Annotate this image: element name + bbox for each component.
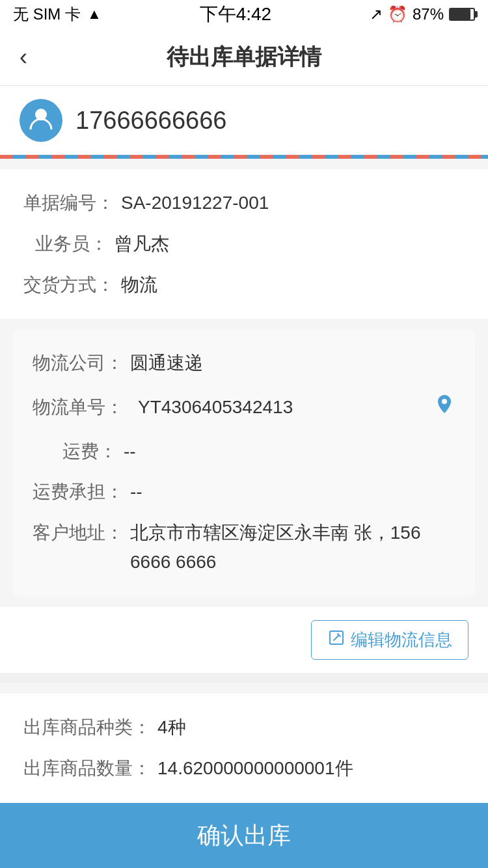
freight-value: -- — [124, 437, 455, 467]
dashed-divider — [0, 155, 488, 159]
nav-bar: ‹ 待出库单据详情 — [0, 29, 488, 86]
delivery-method-value: 物流 — [121, 271, 465, 300]
freight-bear-row: 运费承担： -- — [33, 478, 455, 507]
tracking-no-row: 物流单号： YT4306405342413 — [33, 390, 455, 425]
back-button[interactable]: ‹ — [20, 44, 27, 71]
goods-quantity-value: 14.620000000000001件 — [157, 754, 465, 783]
battery-percent: 87% — [413, 5, 444, 23]
avatar — [20, 99, 62, 142]
logistics-section: 物流公司： 圆通速递 物流单号： YT4306405342413 运费： -- … — [13, 329, 475, 596]
main-content: 17666666666 单据编号： SA-20191227-001 业务员： 曾… — [0, 86, 488, 868]
address-row: 客户地址： 北京市市辖区海淀区永丰南 张，156 6666 6666 — [33, 519, 455, 577]
customer-header: 17666666666 — [0, 86, 488, 155]
goods-quantity-label: 出库商品数量： — [23, 754, 157, 783]
carrier-text: 无 SIM 卡 — [13, 4, 81, 25]
delivery-method-row: 交货方式： 物流 — [23, 271, 465, 300]
wifi-icon: ▲ — [87, 6, 102, 23]
order-no-row: 单据编号： SA-20191227-001 — [23, 189, 465, 218]
edit-btn-row: 编辑物流信息 — [0, 607, 488, 673]
freight-bear-label: 运费承担： — [33, 478, 130, 507]
tracking-no-label: 物流单号： — [33, 393, 130, 422]
customer-phone: 17666666666 — [75, 107, 226, 135]
alarm-icon: ⏰ — [388, 5, 407, 23]
location-icon[interactable] — [433, 390, 455, 425]
goods-section: 出库商品种类： 4种 出库商品数量： 14.620000000000001件 — [0, 694, 488, 803]
basic-info-section: 单据编号： SA-20191227-001 业务员： 曾凡杰 交货方式： 物流 — [0, 169, 488, 319]
page-title: 待出库单据详情 — [167, 42, 321, 72]
edit-logistics-label: 编辑物流信息 — [351, 629, 452, 651]
delivery-method-label: 交货方式： — [23, 271, 121, 300]
freight-label: 运费： — [33, 437, 124, 467]
order-no-value: SA-20191227-001 — [121, 189, 465, 218]
logistics-company-label: 物流公司： — [33, 349, 130, 378]
address-value: 北京市市辖区海淀区永丰南 张，156 6666 6666 — [130, 519, 455, 577]
goods-quantity-row: 出库商品数量： 14.620000000000001件 — [23, 754, 465, 783]
avatar-icon — [28, 105, 54, 137]
status-bar: 无 SIM 卡 ▲ 下午4:42 ↗ ⏰ 87% — [0, 0, 488, 29]
freight-bear-value: -- — [130, 478, 455, 507]
confirm-button[interactable]: 确认出库 — [0, 803, 488, 868]
svg-point-1 — [442, 399, 447, 404]
sales-person-row: 业务员： 曾凡杰 — [23, 230, 465, 259]
address-label: 客户地址： — [33, 519, 130, 548]
logistics-company-row: 物流公司： 圆通速递 — [33, 349, 455, 378]
battery-bar — [449, 8, 475, 21]
status-left: 无 SIM 卡 ▲ — [13, 4, 102, 25]
confirm-btn-label: 确认出库 — [197, 820, 291, 852]
edit-logistics-button[interactable]: 编辑物流信息 — [311, 620, 468, 660]
location-icon: ↗ — [370, 5, 383, 23]
sales-person-value: 曾凡杰 — [115, 230, 465, 259]
time-display: 下午4:42 — [200, 2, 272, 27]
section-divider-1 — [0, 673, 488, 683]
battery-fill — [450, 9, 470, 20]
tracking-no-value: YT4306405342413 — [138, 393, 426, 422]
freight-row: 运费： -- — [33, 437, 455, 467]
order-no-label: 单据编号： — [23, 189, 121, 218]
logistics-company-value: 圆通速递 — [130, 349, 455, 378]
edit-icon — [327, 629, 346, 651]
status-right: ↗ ⏰ 87% — [370, 5, 475, 23]
sales-person-label: 业务员： — [23, 230, 115, 259]
goods-types-label: 出库商品种类： — [23, 713, 157, 742]
goods-types-row: 出库商品种类： 4种 — [23, 713, 465, 742]
goods-types-value: 4种 — [157, 713, 465, 742]
